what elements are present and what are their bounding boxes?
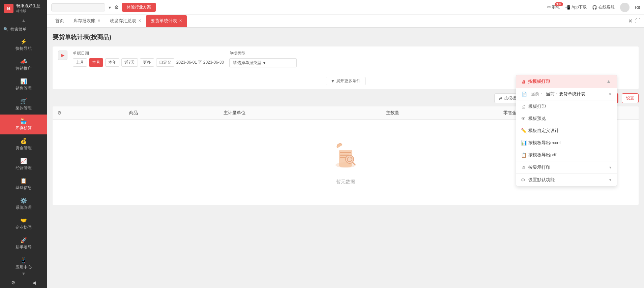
empty-text: 暂无数据 xyxy=(336,179,355,185)
online-service-button[interactable]: 🎧 在线客服 xyxy=(592,4,615,10)
purchase-icon: 🛒 xyxy=(20,98,27,104)
export-excel-icon: 📊 xyxy=(521,140,527,146)
date-filter-group: 单据日期 上月 本月 本年 近7天 更多 自定义 2023-06-01 至 20… xyxy=(73,51,224,67)
export-pdf-icon: 📋 xyxy=(521,152,527,158)
default-func-arrow-icon: ▾ xyxy=(609,178,611,182)
print-dropdown-panel: 🖨 按模板打印 ▲ 📄 当前： 当前：要货单统计表 ▾ 🖨 模板打印 👁 模板预 xyxy=(516,75,617,186)
page-content: 要货单统计表(按商品) ▶ 单据日期 上月 本月 本年 近7天 更多 自定义 2… xyxy=(47,28,644,288)
sales-icon: 📊 xyxy=(20,78,27,85)
sidebar-item-guide[interactable]: 🚀 新手引导 xyxy=(0,234,47,254)
tab-inventory-batch[interactable]: 库存批次账 ✕ xyxy=(69,15,105,27)
message-icon: ✉ xyxy=(547,5,551,9)
empty-illustration xyxy=(329,140,362,173)
tab-order-summary[interactable]: 要货单统计表 ✕ xyxy=(146,15,187,27)
avatar[interactable] xyxy=(620,3,630,12)
svg-rect-2 xyxy=(340,152,351,153)
sidebar-item-basic[interactable]: 📋 基础信息 xyxy=(0,174,47,194)
display-print-item[interactable]: 🖥 按显示打印 ▾ xyxy=(516,161,617,174)
search-icon: 🔍 xyxy=(3,27,8,32)
topbar-dropdown-icon[interactable]: ▾ xyxy=(109,5,111,10)
date-btn-custom[interactable]: 自定义 xyxy=(156,58,174,67)
col-qty: 主数量 xyxy=(381,106,499,120)
sidebar-item-purchase[interactable]: 🛒 采购管理 xyxy=(0,95,47,115)
template-icon: 📄 xyxy=(522,92,527,97)
download-icon: 📲 xyxy=(565,5,570,10)
date-btn-this-month[interactable]: 本月 xyxy=(89,58,103,67)
current-template-item[interactable]: 📄 当前： 当前：要货单统计表 ▾ xyxy=(516,88,617,100)
date-filter-label: 单据日期 xyxy=(73,51,224,56)
template-design-icon: ✏️ xyxy=(521,128,527,133)
template-export-excel-item[interactable]: 📊 按模板导出excel xyxy=(516,137,617,149)
col-settings: ⚙ xyxy=(53,106,124,120)
sidebar-item-app-center[interactable]: 📱 应用中心 xyxy=(0,254,47,270)
date-range-display: 2023-06-01 至 2023-06-30 xyxy=(176,60,224,65)
app-center-icon: 📱 xyxy=(20,257,27,263)
quick-nav-icon: ⚡ xyxy=(20,38,27,45)
logo-text: 畅康通好生意 标准版 xyxy=(16,3,40,13)
default-func-icon: ⚙ xyxy=(521,177,525,183)
filter-expand-toggle[interactable]: ▶ xyxy=(58,51,67,60)
trial-button[interactable]: 体验行业方案 xyxy=(122,3,156,12)
settings-bottom-icon[interactable]: ⚙ xyxy=(11,280,16,285)
topbar-gear-icon[interactable]: ⚙ xyxy=(114,4,119,10)
print-dropdown-header: 🖨 按模板打印 ▲ xyxy=(516,75,617,88)
display-print-icon: 🖥 xyxy=(521,165,526,170)
print-template-section: 🖨 模板打印 👁 模板预览 ✏️ 模板自定义设计 📊 按模板导出excel 📋 xyxy=(516,100,617,161)
sidebar: B 畅康通好生意 标准版 ▲ 🔍 搜索菜单 ⚡ 快捷导航 📣 营销推广 📊 销售… xyxy=(0,0,47,288)
template-preview-item[interactable]: 👁 模板预览 xyxy=(516,113,617,125)
tab-close-inventory-batch[interactable]: ✕ xyxy=(97,19,100,23)
close-tab-icon[interactable]: ✕ xyxy=(628,18,633,24)
template-print-icon: 🖨 xyxy=(521,104,526,109)
sidebar-item-inventory[interactable]: 🏪 库存核算 xyxy=(0,115,47,134)
sidebar-item-operations[interactable]: 📈 经营管理 xyxy=(0,154,47,174)
print-dropdown-close-icon[interactable]: ▲ xyxy=(606,78,611,85)
sidebar-search[interactable]: 🔍 搜索菜单 xyxy=(0,24,47,35)
col-goods: 商品 xyxy=(124,106,219,120)
select-dropdown-icon: ▾ xyxy=(263,61,265,65)
date-btn-more[interactable]: 更多 xyxy=(140,58,154,67)
type-filter-label: 单据类型 xyxy=(229,51,297,56)
template-print-item[interactable]: 🖨 模板打印 xyxy=(516,100,617,113)
date-filter-row: 上月 本月 本年 近7天 更多 自定义 2023-06-01 至 2023-06… xyxy=(73,58,224,67)
message-button[interactable]: ✉ 消息 99+ xyxy=(547,4,560,10)
marketing-icon: 📣 xyxy=(20,58,27,65)
sidebar-item-finance[interactable]: 💰 资金管理 xyxy=(0,134,47,154)
sidebar-item-marketing[interactable]: 📣 营销推广 xyxy=(0,55,47,75)
sidebar-scroll-down[interactable]: ▼ xyxy=(0,270,47,277)
template-preview-icon: 👁 xyxy=(521,116,526,121)
template-design-item[interactable]: ✏️ 模板自定义设计 xyxy=(516,125,617,137)
date-btn-last-month[interactable]: 上月 xyxy=(73,58,87,67)
sidebar-bottom: ⚙ ◀ xyxy=(0,277,47,288)
username-label: Rit xyxy=(635,5,640,10)
default-func-item[interactable]: ⚙ 设置默认功能 ▾ xyxy=(516,174,617,186)
expand-more-button[interactable]: ▼ 展开更多条件 xyxy=(326,77,365,85)
tab-receipt-summary[interactable]: 收发存汇总表 ✕ xyxy=(105,15,146,27)
sidebar-item-quick-nav[interactable]: ⚡ 快捷导航 xyxy=(0,35,47,55)
template-export-pdf-item[interactable]: 📋 按模板导出pdf xyxy=(516,149,617,161)
sidebar-item-sales[interactable]: 📊 销售管理 xyxy=(0,75,47,95)
collapse-sidebar-icon[interactable]: ◀ xyxy=(32,280,36,285)
settings-button[interactable]: 设置 xyxy=(622,93,639,103)
type-filter-select[interactable]: 请选择单据类型 ▾ xyxy=(229,58,297,67)
operations-icon: 📈 xyxy=(20,158,27,164)
tab-close-order-summary[interactable]: ✕ xyxy=(179,19,182,23)
table-settings-icon[interactable]: ⚙ xyxy=(57,110,62,116)
print-dropdown-title-icon: 🖨 xyxy=(522,79,526,84)
sidebar-item-system[interactable]: ⚙️ 系统管理 xyxy=(0,194,47,214)
tab-home[interactable]: 首页 xyxy=(51,15,69,27)
date-btn-this-year[interactable]: 本年 xyxy=(105,58,119,67)
sidebar-logo: B 畅康通好生意 标准版 xyxy=(0,0,47,17)
date-btn-7days[interactable]: 近7天 xyxy=(121,58,138,67)
tab-close-receipt-summary[interactable]: ✕ xyxy=(138,19,141,23)
app-download-button[interactable]: 📲 App下载 xyxy=(565,4,587,10)
current-template-arrow-icon: ▾ xyxy=(609,92,611,97)
sidebar-item-enterprise[interactable]: 🤝 企业协同 xyxy=(0,214,47,234)
expand-tab-icon[interactable]: ⛶ xyxy=(635,18,641,24)
topbar-search-input[interactable] xyxy=(51,3,105,11)
display-print-arrow-icon: ▾ xyxy=(609,165,611,170)
enterprise-icon: 🤝 xyxy=(20,217,27,224)
sidebar-scroll-up[interactable]: ▲ xyxy=(0,17,47,24)
type-filter-group: 单据类型 请选择单据类型 ▾ xyxy=(229,51,297,67)
basic-icon: 📋 xyxy=(20,178,27,184)
guide-icon: 🚀 xyxy=(20,237,27,244)
